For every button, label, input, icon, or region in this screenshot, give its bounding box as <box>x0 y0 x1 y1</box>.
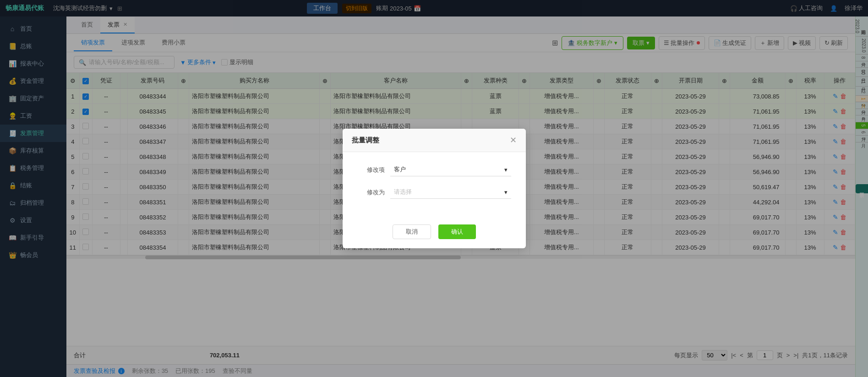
field-value: 客户 <box>394 165 406 174</box>
modal-header: 批量调整 ✕ <box>343 129 526 152</box>
modal-footer: 取消 确认 <box>343 219 526 248</box>
value-dropdown-arrow: ▾ <box>504 189 508 196</box>
modal-close-btn[interactable]: ✕ <box>510 135 517 145</box>
modal-confirm-btn[interactable]: 确认 <box>438 224 476 239</box>
modal-overlay[interactable]: 批量调整 ✕ 修改项 客户 ▾ 修改为 请选择 ▾ 取消 确认 <box>0 0 868 377</box>
modal-cancel-btn[interactable]: 取消 <box>393 224 431 239</box>
field-dropdown-arrow: ▾ <box>504 166 508 173</box>
modal-field-row: 修改项 客户 ▾ <box>357 163 511 176</box>
field-label: 修改项 <box>357 166 385 174</box>
value-placeholder: 请选择 <box>394 188 412 196</box>
value-select[interactable]: 请选择 ▾ <box>390 186 511 199</box>
modal-value-row: 修改为 请选择 ▾ <box>357 186 511 199</box>
field-select[interactable]: 客户 ▾ <box>390 163 511 176</box>
modal-body: 修改项 客户 ▾ 修改为 请选择 ▾ <box>343 152 526 219</box>
batch-adjust-modal: 批量调整 ✕ 修改项 客户 ▾ 修改为 请选择 ▾ 取消 确认 <box>343 129 526 248</box>
modal-title: 批量调整 <box>352 136 379 145</box>
value-label: 修改为 <box>357 188 385 197</box>
